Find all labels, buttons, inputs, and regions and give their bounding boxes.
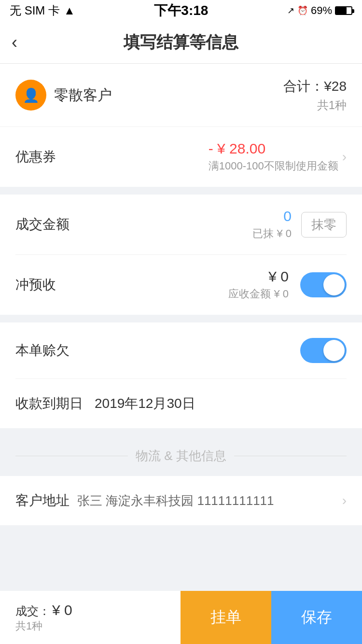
logistics-label: 物流 & 其他信息 (136, 448, 226, 464)
address-row[interactable]: 客户地址 张三 海淀永丰科技园 11111111111 › (15, 476, 347, 525)
wifi-icon: ▲ (64, 4, 75, 17)
total-amount: 合计：¥28 (283, 77, 347, 96)
customer-name: 零散客户 (54, 85, 112, 105)
coupon-chevron-icon: › (342, 149, 347, 165)
address-section: 客户地址 张三 海淀永丰科技园 11111111111 › (0, 476, 362, 525)
logistics-divider: 物流 & 其他信息 (0, 436, 362, 476)
bottom-summary-amount: ¥ 0 (52, 602, 72, 618)
bottom-summary-count: 共1种 (15, 619, 165, 633)
address-label: 客户地址 (15, 491, 70, 510)
prepay-row: 冲预收 ¥ 0 应收金额 ¥ 0 (15, 255, 347, 315)
debt-section: 本单赊欠 收款到期日 2019年12月30日 (0, 322, 362, 428)
address-chevron-icon: › (342, 493, 347, 508)
debt-toggle[interactable] (300, 338, 347, 363)
coupon-row[interactable]: 优惠券 - ¥ 28.00 满1000-100不限制使用金额 › (0, 126, 362, 187)
transaction-section: 成交金额 0 已抹 ¥ 0 抹零 冲预收 ¥ 0 应收金额 ¥ 0 (0, 195, 362, 315)
no-sim-text: 无 SIM 卡 (10, 3, 60, 18)
nav-bar: ‹ 填写结算等信息 (0, 21, 362, 64)
customer-left: 👤 零散客户 (15, 80, 112, 111)
prepay-value: ¥ 0 (228, 268, 289, 285)
customer-row: 👤 零散客户 合计：¥28 共1种 (0, 64, 362, 126)
save-button[interactable]: 保存 (271, 591, 362, 644)
bottom-summary: 成交： ¥ 0 共1种 (0, 591, 181, 644)
battery-icon (335, 6, 352, 15)
back-button[interactable]: ‹ (12, 32, 17, 53)
pending-button[interactable]: 挂单 (181, 591, 271, 644)
transaction-amount-row: 成交金额 0 已抹 ¥ 0 抹零 (15, 195, 347, 255)
bottom-summary-label: 成交： (15, 603, 50, 619)
right-line (234, 456, 347, 456)
address-value: 张三 海淀永丰科技园 11111111111 (77, 492, 342, 509)
page-title: 填写结算等信息 (124, 31, 238, 54)
prepay-toggle[interactable] (300, 272, 347, 297)
left-line (15, 456, 128, 456)
pending-label: 挂单 (210, 607, 241, 628)
coupon-discount: - ¥ 28.00 (209, 140, 338, 157)
alarm-icon: ⏰ (297, 5, 308, 16)
prepay-subtext: 应收金额 ¥ 0 (228, 287, 289, 301)
rounded-text: 已抹 ¥ 0 (252, 226, 292, 241)
debt-label: 本单赊欠 (15, 341, 70, 360)
coupon-label: 优惠券 (15, 148, 56, 166)
bottom-bar: 成交： ¥ 0 共1种 挂单 保存 (0, 591, 362, 644)
status-right: ↗ ⏰ 69% (287, 4, 352, 17)
transaction-amount-value: 0 (252, 208, 292, 224)
round-zero-button[interactable]: 抹零 (301, 212, 347, 238)
transaction-amount-label: 成交金额 (15, 215, 70, 234)
avatar-icon: 👤 (23, 87, 40, 103)
due-date-label: 收款到期日 (15, 394, 83, 413)
location-icon: ↗ (287, 5, 294, 16)
avatar: 👤 (15, 80, 46, 111)
debt-row: 本单赊欠 (15, 322, 347, 379)
due-date-value: 2019年12月30日 (95, 394, 195, 413)
status-left: 无 SIM 卡 ▲ (10, 3, 75, 18)
customer-section: 👤 零散客户 合计：¥28 共1种 优惠券 - ¥ 28.00 满1000-10… (0, 64, 362, 187)
save-label: 保存 (301, 607, 332, 628)
debt-toggle-knob (323, 340, 345, 361)
logistics-line: 物流 & 其他信息 (15, 448, 347, 464)
toggle-knob (323, 274, 345, 295)
status-bar: 无 SIM 卡 ▲ 下午3:18 ↗ ⏰ 69% (0, 0, 362, 21)
customer-right: 合计：¥28 共1种 (283, 77, 347, 113)
status-time: 下午3:18 (154, 1, 208, 20)
prepay-label: 冲预收 (15, 276, 56, 294)
due-date-row[interactable]: 收款到期日 2019年12月30日 (15, 379, 347, 428)
total-count: 共1种 (283, 98, 347, 113)
coupon-description: 满1000-100不限制使用金额 (209, 159, 338, 173)
battery-percent: 69% (311, 4, 332, 17)
